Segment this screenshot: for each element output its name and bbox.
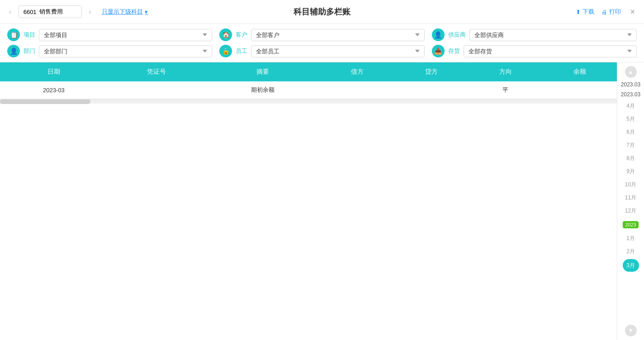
filter-employee: 🔒 员工 全部员工 (219, 45, 424, 57)
year-badge[interactable]: 2023 (623, 221, 638, 228)
account-selector[interactable]: 6601 销售费用 (19, 5, 82, 18)
cell-debit (320, 81, 394, 99)
timeline-month-5[interactable]: 5月 (617, 113, 644, 126)
project-label: 项目 (24, 31, 35, 39)
content-area: 日期 凭证号 摘要 借方 贷方 方向 余额 2023-03 期初余额 (0, 62, 644, 340)
col-voucher: 凭证号 (108, 62, 205, 81)
inventory-select[interactable]: 全部存货 (464, 45, 637, 57)
cell-balance (543, 81, 617, 99)
customer-label: 客户 (236, 31, 247, 39)
top-actions: ⬆ 下载 🖨 打印 × (576, 7, 637, 17)
timeline-scroll-down-button[interactable]: ▼ (625, 325, 637, 336)
timeline-month-3-active[interactable]: 3月 (623, 259, 639, 272)
timeline-month-6[interactable]: 6月 (617, 126, 644, 139)
col-debit: 借方 (320, 62, 394, 81)
supplier-label: 供应商 (448, 31, 466, 39)
cell-date: 2023-03 (0, 81, 108, 99)
timeline-items: 2023.03 2023.03 4月 5月 6月 7月 8月 9月 10月 11… (617, 80, 644, 323)
cell-direction: 平 (469, 81, 543, 99)
ledger-table: 日期 凭证号 摘要 借方 贷方 方向 余额 2023-03 期初余额 (0, 62, 617, 99)
cell-credit (394, 81, 469, 99)
department-label: 部门 (24, 47, 35, 55)
timeline-header-1[interactable]: 2023.03 (620, 80, 641, 90)
print-icon: 🖨 (601, 9, 607, 15)
inventory-icon: 📥 (432, 45, 445, 57)
col-direction: 方向 (469, 62, 543, 81)
chevron-down-icon: ▼ (628, 327, 634, 334)
col-summary: 摘要 (205, 62, 320, 81)
page-title: 科目辅助多栏账 (294, 6, 350, 17)
inventory-label: 存货 (448, 47, 460, 55)
customer-select[interactable]: 全部客户 (251, 29, 424, 41)
department-select[interactable]: 全部部门 (39, 45, 212, 57)
col-date: 日期 (0, 62, 108, 81)
year-badge-wrapper: 2023 (623, 219, 638, 230)
customer-icon: 🏠 (219, 28, 232, 41)
timeline-month-10[interactable]: 10月 (617, 178, 644, 191)
employee-label: 员工 (236, 47, 247, 55)
project-select[interactable]: 全部项目 (39, 29, 212, 41)
timeline-month-7[interactable]: 7月 (617, 139, 644, 152)
filter-bar: 📋 项目 全部项目 🏠 客户 全部客户 👤 供应商 全部供应商 👤 部门 (0, 24, 644, 62)
main-window: ‹ 6601 销售费用 › 只显示下级科目 ▾ 科目辅助多栏账 ⬆ 下载 🖨 打… (0, 0, 644, 340)
employee-select[interactable]: 全部员工 (251, 45, 424, 57)
filter-inventory: 📥 存货 全部存货 (432, 45, 637, 57)
top-bar: ‹ 6601 销售费用 › 只显示下级科目 ▾ 科目辅助多栏账 ⬆ 下载 🖨 打… (0, 0, 644, 24)
account-name: 销售费用 (39, 8, 63, 16)
supplier-icon: 👤 (432, 28, 445, 41)
timeline-month-4[interactable]: 4月 (617, 99, 644, 113)
timeline-panel: ▲ 2023.03 2023.03 4月 5月 6月 7月 8月 9月 10月 … (617, 62, 644, 340)
employee-icon: 🔒 (219, 45, 232, 57)
timeline-month-11[interactable]: 11月 (617, 191, 644, 204)
nav-next-button[interactable]: › (87, 7, 93, 16)
download-button[interactable]: ⬆ 下载 (576, 8, 594, 16)
supplier-select[interactable]: 全部供应商 (469, 29, 637, 41)
cell-summary: 期初余额 (205, 81, 320, 99)
account-code: 6601 (24, 9, 37, 15)
filter-department: 👤 部门 全部部门 (7, 45, 212, 57)
timeline-month-2[interactable]: 2月 (617, 245, 644, 258)
download-icon: ⬆ (576, 9, 581, 15)
filter-supplier: 👤 供应商 全部供应商 (432, 28, 637, 41)
horizontal-scrollbar[interactable] (0, 99, 617, 104)
department-icon: 👤 (7, 45, 20, 57)
filter-customer: 🏠 客户 全部客户 (219, 28, 424, 41)
table-row: 2023-03 期初余额 平 (0, 81, 617, 99)
table-header-row: 日期 凭证号 摘要 借方 贷方 方向 余额 (0, 62, 617, 81)
show-sub-button[interactable]: 只显示下级科目 ▾ (102, 8, 148, 16)
cell-voucher (108, 81, 205, 99)
scrollbar-thumb[interactable] (0, 99, 90, 104)
timeline-month-1[interactable]: 1月 (617, 232, 644, 245)
timeline-month-12[interactable]: 12月 (617, 204, 644, 217)
nav-prev-button[interactable]: ‹ (7, 7, 13, 16)
timeline-month-8[interactable]: 8月 (617, 152, 644, 165)
close-button[interactable]: × (628, 7, 637, 17)
col-credit: 贷方 (394, 62, 469, 81)
col-balance: 余额 (543, 62, 617, 81)
chevron-up-icon: ▲ (628, 69, 634, 75)
print-button[interactable]: 🖨 打印 (601, 8, 621, 16)
filter-project: 📋 项目 全部项目 (7, 28, 212, 41)
timeline-scroll-up-button[interactable]: ▲ (625, 66, 637, 78)
project-icon: 📋 (7, 28, 20, 41)
timeline-header-2[interactable]: 2023.03 (620, 90, 641, 99)
table-container: 日期 凭证号 摘要 借方 贷方 方向 余额 2023-03 期初余额 (0, 62, 617, 340)
timeline-month-9[interactable]: 9月 (617, 165, 644, 178)
